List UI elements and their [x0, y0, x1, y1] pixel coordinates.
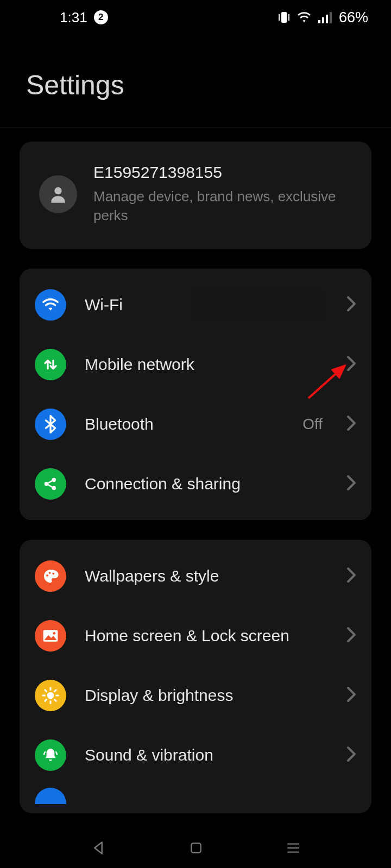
nav-recent-button[interactable] — [285, 841, 301, 855]
svg-line-24 — [55, 690, 56, 692]
bluetooth-icon — [35, 409, 66, 440]
settings-row-wallpapers[interactable]: Wallpapers & style — [20, 546, 371, 606]
settings-row-connection-sharing[interactable]: Connection & sharing — [20, 454, 371, 514]
row-label: Wallpapers & style — [85, 567, 328, 585]
chevron-right-icon — [346, 296, 356, 314]
image-icon — [35, 620, 66, 652]
status-right: 66% — [278, 9, 368, 26]
brightness-icon — [35, 680, 66, 711]
divider — [0, 127, 391, 127]
share-icon — [35, 468, 66, 500]
settings-row-mobile-network[interactable]: Mobile network — [20, 335, 371, 394]
svg-line-23 — [45, 700, 47, 701]
status-left: 1:31 2 — [60, 9, 108, 26]
svg-point-11 — [46, 575, 48, 577]
svg-rect-26 — [191, 843, 201, 853]
svg-rect-0 — [281, 12, 287, 23]
chevron-right-icon — [346, 567, 356, 585]
svg-rect-2 — [288, 14, 289, 21]
svg-rect-4 — [322, 17, 324, 23]
chevron-right-icon — [346, 355, 356, 374]
status-time: 1:31 — [60, 9, 87, 26]
chevron-right-icon — [346, 627, 356, 645]
signal-icon — [318, 11, 332, 23]
svg-point-7 — [54, 187, 61, 194]
account-text: E1595271398155 Manage device, brand news… — [93, 163, 352, 225]
settings-row-home-lock[interactable]: Home screen & Lock screen — [20, 606, 371, 666]
navigation-bar — [0, 828, 391, 868]
row-label: Display & brightness — [85, 686, 328, 705]
row-label: Connection & sharing — [85, 475, 328, 493]
row-value: Off — [302, 416, 323, 433]
svg-line-22 — [55, 700, 56, 701]
mobile-data-icon — [35, 349, 66, 380]
chevron-right-icon — [346, 475, 356, 493]
settings-row-wifi[interactable]: Wi-Fi — [20, 275, 371, 335]
bell-icon — [35, 739, 66, 771]
svg-point-13 — [52, 573, 54, 575]
row-label: Mobile network — [85, 355, 328, 374]
personalization-card: Wallpapers & style Home screen & Lock sc… — [20, 540, 371, 813]
row-label: Bluetooth — [85, 415, 284, 433]
settings-row-bluetooth[interactable]: Bluetooth Off — [20, 394, 371, 454]
avatar — [39, 175, 77, 213]
connectivity-card: Wi-Fi Mobile network Bluetooth Off Conne… — [20, 269, 371, 520]
nav-home-button[interactable] — [188, 840, 204, 856]
row-label: Sound & vibration — [85, 746, 328, 764]
settings-row-partial[interactable] — [20, 785, 371, 807]
svg-point-16 — [47, 692, 54, 699]
svg-rect-3 — [318, 20, 320, 23]
svg-rect-6 — [330, 12, 332, 23]
partial-icon — [35, 788, 66, 804]
svg-rect-1 — [279, 14, 280, 21]
account-subtitle: Manage device, brand news, exclusive per… — [93, 187, 352, 225]
svg-point-12 — [49, 572, 51, 574]
row-label: Wi-Fi — [85, 296, 174, 314]
svg-line-21 — [45, 690, 47, 692]
nav-back-button[interactable] — [90, 839, 107, 857]
wifi-icon — [297, 11, 312, 23]
chevron-right-icon — [346, 415, 356, 433]
chevron-right-icon — [346, 686, 356, 705]
notification-count-badge: 2 — [94, 10, 108, 24]
settings-row-display[interactable]: Display & brightness — [20, 666, 371, 725]
svg-rect-5 — [326, 15, 328, 23]
page-title: Settings — [0, 35, 391, 127]
svg-point-15 — [53, 632, 55, 635]
row-label: Home screen & Lock screen — [85, 627, 328, 645]
wifi-value-redacted — [192, 290, 323, 320]
palette-icon — [35, 560, 66, 592]
battery-text: 66% — [339, 9, 368, 26]
chevron-right-icon — [346, 746, 356, 764]
account-card[interactable]: E1595271398155 Manage device, brand news… — [20, 142, 371, 249]
settings-row-sound[interactable]: Sound & vibration — [20, 725, 371, 785]
vibrate-icon — [278, 11, 290, 24]
wifi-icon — [35, 289, 66, 321]
account-name: E1595271398155 — [93, 163, 352, 182]
status-bar: 1:31 2 66% — [0, 0, 391, 35]
